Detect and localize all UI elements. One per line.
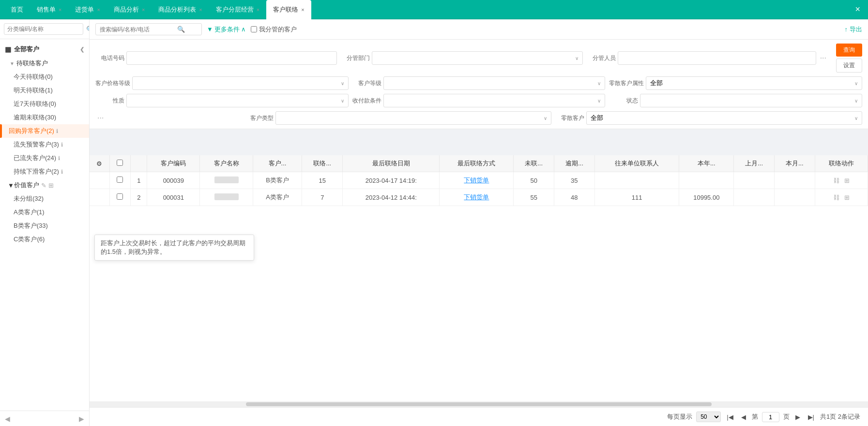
customer-type-select[interactable]: ∨ (275, 111, 551, 125)
col-checkbox (109, 155, 131, 172)
query-button[interactable]: 查询 (836, 44, 862, 57)
value-customers-group[interactable]: ▼ 价值客户 ✎ ⊞ (0, 178, 89, 192)
action-btn-group: 查询 设置 (836, 44, 862, 73)
settings-button[interactable]: 设置 (836, 59, 862, 73)
col-last-month[interactable]: 上月... (734, 155, 775, 172)
gender-select[interactable]: ∨ (126, 94, 349, 107)
all-customers-header[interactable]: ▦ 全部客户 ❮ (0, 42, 89, 57)
page-number-input[interactable] (762, 412, 779, 422)
col-not-contacted[interactable]: 未联... (514, 155, 554, 172)
search-box[interactable]: 🔍 (95, 23, 202, 35)
main-search-icon[interactable]: 🔍 (177, 26, 185, 33)
col-contact[interactable]: 联络... (302, 155, 343, 172)
filter-icon: ▼ (207, 26, 213, 33)
sidebar-left-arrow[interactable]: ◀ (5, 415, 10, 423)
sidebar-item-7days[interactable]: 近7天待联络(0) (0, 97, 89, 111)
col-settings[interactable]: ⚙ (90, 155, 109, 172)
first-page-button[interactable]: |◀ (725, 412, 735, 422)
phone-input[interactable] (126, 51, 337, 65)
sidebar-item-declining[interactable]: 持续下滑客户(2) ℹ (0, 165, 89, 178)
per-page-select[interactable]: 50 100 (696, 411, 721, 422)
sidebar-search-input[interactable] (4, 23, 83, 35)
horizontal-scrollbar[interactable] (90, 401, 868, 407)
table-scroll[interactable]: ⚙ 客户编码 客户名称 客户... 联络... 最后联络日期 最后联络方式 未联… (90, 155, 868, 401)
row-checkbox-1[interactable] (117, 193, 123, 200)
col-code[interactable]: 客户编码 (147, 155, 200, 172)
nav-purchase[interactable]: 进货单 × (68, 0, 107, 19)
main-search-input[interactable] (100, 26, 177, 33)
sidebar-item-overdue[interactable]: 逾期未联络(30) (0, 111, 89, 124)
nav-product-analysis-close[interactable]: × (142, 7, 145, 13)
manager-dots-button[interactable]: ··· (818, 54, 828, 62)
prev-page-button[interactable]: ◀ (739, 412, 748, 422)
more-conditions-button[interactable]: ▼ 更多条件 ∧ (207, 25, 246, 34)
nav-purchase-close[interactable]: × (97, 7, 100, 13)
sidebar-item-ungroup[interactable]: 未分组(32) (0, 192, 89, 206)
grid-icon: ▦ (5, 45, 11, 53)
action-grid-icon-1[interactable]: ⊞ (844, 194, 850, 201)
col-this-month[interactable]: 本月... (774, 155, 815, 172)
sidebar-item-lost[interactable]: 已流失客户(24) ℹ (0, 151, 89, 165)
payment-select[interactable]: ∨ (383, 94, 606, 107)
price-level-select[interactable]: ∨ (132, 76, 349, 90)
last-contact-method-link-0[interactable]: 下销货单 (464, 176, 489, 184)
retail-customer-select[interactable]: 全部 ∨ (586, 111, 862, 125)
next-page-button[interactable]: ▶ (793, 412, 802, 422)
last-contact-method-link-1[interactable]: 下销货单 (464, 193, 489, 201)
sidebar-item-today[interactable]: 今天待联络(0) (0, 70, 89, 84)
last-page-button[interactable]: ▶| (806, 412, 816, 422)
manager-field: 分管人员 ··· (587, 51, 828, 65)
value-edit-icon[interactable]: ✎ (41, 182, 46, 189)
sidebar-item-b-class[interactable]: B类客户(33) (0, 219, 89, 233)
export-button[interactable]: ↑ 导出 (845, 25, 863, 34)
sidebar-collapse-icon[interactable]: ❮ (80, 46, 84, 53)
department-select[interactable]: ∨ (372, 51, 582, 65)
nav-customer-contact-close[interactable]: × (301, 7, 304, 13)
nav-customer-layers[interactable]: 客户分层经营 × (209, 0, 266, 19)
col-overdue[interactable]: 逾期... (554, 155, 595, 172)
price-level-arrow-icon: ∨ (341, 81, 344, 86)
manager-input[interactable] (618, 51, 816, 65)
more-filter-dots[interactable]: ··· (95, 114, 106, 122)
sidebar-right-arrow[interactable]: ▶ (79, 415, 84, 423)
col-last-contact-method[interactable]: 最后联络方式 (440, 155, 514, 172)
my-customers-checkbox[interactable] (251, 26, 257, 32)
nav-customer-contact[interactable]: 客户联络 × (266, 0, 311, 19)
scrollbar-thumb[interactable] (246, 402, 712, 406)
row-type-cell: B类客户 (253, 172, 302, 189)
row-checkbox-0[interactable] (117, 176, 123, 183)
window-close-button[interactable]: × (851, 4, 864, 15)
retail-attr-select[interactable]: 全部 ∨ (646, 76, 862, 90)
action-grid-icon-0[interactable]: ⊞ (844, 177, 850, 184)
col-last-contact-date[interactable]: 最后联络日期 (343, 155, 440, 172)
nav-product-analysis[interactable]: 商品分析 × (107, 0, 152, 19)
nav-sales-close[interactable]: × (59, 7, 61, 13)
select-all-checkbox[interactable] (117, 160, 123, 166)
nav-sales[interactable]: 销售单 × (30, 0, 68, 19)
sidebar-item-tomorrow[interactable]: 明天待联络(1) (0, 84, 89, 97)
sidebar-item-lost-pre[interactable]: 流失预警客户(3) ℹ (0, 138, 89, 151)
value-add-icon[interactable]: ⊞ (48, 182, 54, 189)
nav-customer-layers-close[interactable]: × (257, 7, 259, 13)
sidebar-search-icon[interactable]: 🔍 (86, 26, 90, 33)
nav-product-analysis-list[interactable]: 商品分析列表 × (152, 0, 209, 19)
col-type[interactable]: 客户... (253, 155, 302, 172)
sidebar-item-repurchase-abnormal[interactable]: 回购异常客户(2) ℹ (0, 124, 89, 138)
nav-home[interactable]: 首页 (4, 0, 30, 19)
action-link-icon-1[interactable]: ⛓ (833, 194, 839, 201)
status-select[interactable]: ∨ (640, 94, 862, 107)
row-type-cell: A类客户 (253, 189, 302, 206)
pending-contact-group[interactable]: ▼ 待联络客户 (0, 57, 89, 70)
row-last-contact-date-cell: 2023-04-17 14:19: (343, 172, 440, 189)
nav-product-analysis-list-close[interactable]: × (199, 7, 202, 13)
action-link-icon-0[interactable]: ⛓ (833, 177, 839, 184)
sidebar-item-c-class[interactable]: C类客户(6) (0, 233, 89, 246)
col-name[interactable]: 客户名称 (200, 155, 253, 172)
row-contact-cell: 7 (302, 189, 343, 206)
customer-level-select[interactable]: ∨ (383, 76, 606, 90)
sidebar-item-a-class[interactable]: A类客户(1) (0, 206, 89, 219)
col-this-year[interactable]: 本年... (679, 155, 734, 172)
retail-customer-arrow-icon: ∨ (854, 116, 858, 121)
col-contacts-from-units[interactable]: 往来单位联系人 (594, 155, 679, 172)
repurchase-info-icon: ℹ (56, 128, 58, 134)
